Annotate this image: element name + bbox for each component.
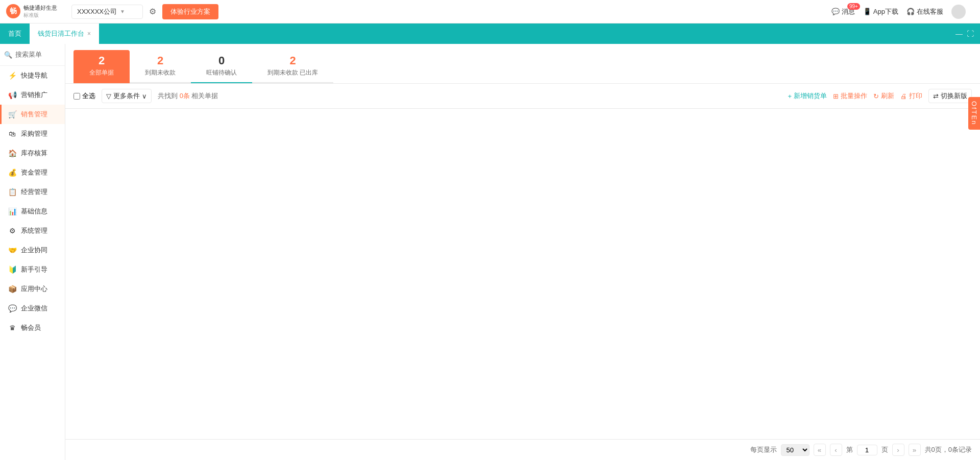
first-page-icon: « [818, 446, 821, 454]
tab-bar: 首页 钱货日清工作台 × — ⛶ [0, 23, 980, 44]
tab-minimize-icon[interactable]: — [955, 30, 963, 38]
table-area [65, 109, 980, 439]
stat-label-overdue-shipped: 到期未收款 已出库 [267, 68, 318, 77]
pagination: 每页显示 50 10 20 100 « ‹ 第 页 › » 共0页，0条记录 [65, 439, 980, 460]
sidebar-item-operations[interactable]: 📋 经营管理 [0, 182, 65, 202]
operations-icon: 📋 [8, 187, 17, 197]
sidebar-item-finance[interactable]: 💰 资金管理 [0, 163, 65, 182]
tab-expand-icon[interactable]: ⛶ [967, 30, 974, 38]
found-text: 共找到 0条 相关单据 [158, 91, 218, 101]
sidebar-item-label: 采购管理 [21, 129, 47, 138]
stat-label-overdue-unpaid: 到期未收款 [145, 68, 176, 77]
stat-tab-overdue-unpaid[interactable]: 2 到期未收款 [130, 50, 191, 83]
total-info: 共0页，0条记录 [925, 445, 972, 454]
sidebar-item-label: 系统管理 [21, 226, 47, 235]
trial-button[interactable]: 体验行业方案 [162, 4, 218, 19]
stat-tab-pending-confirm[interactable]: 0 旺铺待确认 [191, 50, 252, 83]
tab-close-icon[interactable]: × [87, 30, 91, 37]
often-badge[interactable]: OfTEn [968, 97, 980, 130]
guide-icon: 🔰 [8, 265, 17, 274]
sidebar-item-basic-info[interactable]: 📊 基础信息 [0, 202, 65, 221]
print-icon: 🖨 [900, 92, 907, 100]
page-label: 第 [846, 445, 853, 454]
sidebar-item-wechat[interactable]: 💬 企业微信 [0, 299, 65, 318]
quick-nav-icon: ⚡ [8, 71, 17, 80]
online-service-label: 在线客服 [917, 7, 943, 16]
basic-info-icon: 📊 [8, 207, 17, 216]
tab-bar-actions: — ⛶ [955, 30, 980, 38]
print-label: 打印 [909, 91, 922, 101]
stat-tab-overdue-shipped[interactable]: 2 到期未收款 已出库 [252, 50, 333, 83]
sidebar-item-marketing[interactable]: 📢 营销推广 [0, 85, 65, 105]
next-page-button[interactable]: › [892, 444, 904, 456]
sidebar-item-label: 基础信息 [21, 207, 47, 216]
refresh-icon: ↻ [873, 92, 879, 100]
search-menu-label: 搜索菜单 [15, 50, 42, 59]
sidebar-item-label: 营销推广 [21, 90, 47, 100]
app-center-icon: 📦 [8, 284, 17, 294]
tab-active[interactable]: 钱货日清工作台 × [30, 23, 99, 44]
switch-version-button[interactable]: ⇄ 切换新版 [928, 89, 972, 103]
online-service-button[interactable]: 🎧 在线客服 [906, 7, 943, 16]
tab-active-label: 钱货日清工作台 [38, 29, 84, 38]
enterprise-icon: 🤝 [8, 246, 17, 255]
company-selector[interactable]: XXXXXX公司 ▼ [71, 5, 143, 19]
company-dropdown-icon: ▼ [120, 9, 125, 14]
add-label: 新增销货单 [794, 91, 827, 101]
sidebar-search: 🔍 搜索菜单 [0, 44, 65, 66]
batch-operations-button[interactable]: ⊞ 批量操作 [833, 91, 867, 101]
per-page-label: 每页显示 [750, 445, 777, 454]
inventory-icon: 🏠 [8, 149, 17, 158]
sidebar-item-label: 应用中心 [21, 284, 47, 294]
sidebar-item-guide[interactable]: 🔰 新手引导 [0, 260, 65, 279]
filter-arrow-icon: ∨ [142, 92, 147, 100]
sidebar-item-app-center[interactable]: 📦 应用中心 [0, 279, 65, 299]
select-all-checkbox[interactable]: 全选 [74, 91, 95, 101]
logo-area: 畅 畅捷通好生意 标准版 [6, 4, 71, 18]
sidebar-item-label: 新手引导 [21, 265, 47, 274]
last-page-button[interactable]: » [909, 444, 921, 456]
add-sales-order-button[interactable]: + 新增销货单 [788, 91, 827, 101]
next-page-icon: › [897, 446, 899, 454]
settings-icon[interactable]: ⚙ [149, 7, 156, 16]
app-download-button[interactable]: 📱 App下载 [863, 7, 898, 16]
found-count: 0条 [180, 92, 190, 100]
logo-title: 畅捷通好生意 [23, 4, 57, 11]
logo-sub: 标准版 [23, 12, 57, 19]
sidebar-item-enterprise[interactable]: 🤝 企业协同 [0, 240, 65, 260]
sidebar-item-inventory[interactable]: 🏠 库存核算 [0, 143, 65, 163]
last-page-icon: » [913, 446, 916, 454]
stat-num-pending-confirm: 0 [218, 54, 225, 67]
sidebar-item-label: 快捷导航 [21, 71, 47, 80]
search-menu-button[interactable]: 🔍 搜索菜单 [4, 48, 61, 61]
sidebar-item-label: 库存核算 [21, 149, 47, 158]
message-button[interactable]: 💬 消息 99+ [831, 7, 855, 16]
prev-page-button[interactable]: ‹ [830, 444, 842, 456]
first-page-button[interactable]: « [814, 444, 826, 456]
sidebar-item-sales[interactable]: 🛒 销售管理 [0, 105, 65, 124]
print-button[interactable]: 🖨 打印 [900, 91, 922, 101]
top-right-actions: 💬 消息 99+ 📱 App下载 🎧 在线客服 [831, 5, 974, 19]
sidebar-item-quick-nav[interactable]: ⚡ 快捷导航 [0, 66, 65, 85]
select-all-input[interactable] [74, 93, 80, 100]
per-page-select[interactable]: 50 10 20 100 [781, 444, 810, 456]
tab-home[interactable]: 首页 [0, 23, 30, 44]
stat-label-all: 全部单据 [89, 68, 114, 77]
avatar[interactable] [951, 5, 966, 19]
message-icon: 💬 [831, 8, 840, 15]
select-all-label: 全选 [82, 91, 95, 101]
sidebar: 🔍 搜索菜单 ⚡ 快捷导航 📢 营销推广 🛒 销售管理 🛍 采购管理 🏠 库存核… [0, 44, 65, 460]
sidebar-item-label: 企业微信 [21, 304, 47, 313]
sidebar-item-system[interactable]: ⚙ 系统管理 [0, 221, 65, 240]
sales-icon: 🛒 [8, 110, 17, 119]
sidebar-item-purchase[interactable]: 🛍 采购管理 [0, 124, 65, 143]
sidebar-item-member[interactable]: ♛ 畅会员 [0, 318, 65, 337]
wechat-icon: 💬 [8, 304, 17, 313]
batch-icon: ⊞ [833, 92, 839, 100]
sidebar-item-label: 销售管理 [21, 110, 47, 119]
refresh-button[interactable]: ↻ 刷新 [873, 91, 894, 101]
stats-tabs-row: 2 全部单据 2 到期未收款 0 旺铺待确认 2 到期未收款 已出库 [74, 50, 972, 83]
filter-button[interactable]: ▽ 更多条件 ∨ [102, 89, 152, 103]
current-page-input[interactable] [857, 445, 877, 455]
stat-tab-all[interactable]: 2 全部单据 [74, 50, 130, 83]
